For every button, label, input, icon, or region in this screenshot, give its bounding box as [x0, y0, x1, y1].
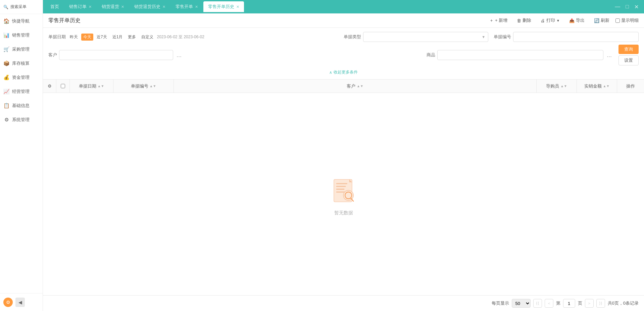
page-size-select[interactable]: 50 100 200	[512, 299, 531, 308]
sidebar-item-purchase-mgmt[interactable]: 🛒 采购管理	[0, 42, 43, 56]
tab-retail-open[interactable]: 零售开单 ✕	[171, 1, 203, 12]
refresh-button[interactable]: 🔄 刷新	[591, 16, 613, 25]
prev-page-button[interactable]: ＜	[545, 299, 553, 308]
th-amount[interactable]: 实销金额 ▲▼	[577, 80, 617, 93]
sidebar-item-operation[interactable]: 📈 经营管理	[0, 85, 43, 99]
tab-retail-open-close[interactable]: ✕	[195, 5, 198, 9]
date-btn-7days[interactable]: 近7天	[95, 34, 109, 41]
display-detail-checkbox-label[interactable]: 显示明细	[615, 17, 639, 23]
top-nav: 首页 销售订单 ✕ 销货退货 ✕ 销货退货历史 ✕ 零售开单 ✕ 零售开单历史 …	[43, 0, 644, 13]
collapse-conditions-btn[interactable]: ∧ 收起更多条件	[48, 68, 639, 76]
th-checkbox[interactable]	[56, 80, 70, 93]
sys-icon: ⚙	[3, 117, 9, 123]
tab-retail-history[interactable]: 零售开单历史 ✕	[203, 1, 244, 12]
last-page-button[interactable]: ⟩⟩	[596, 299, 605, 308]
tab-sales-return-history[interactable]: 销货退货历史 ✕	[130, 1, 170, 12]
maximize-button[interactable]: □	[624, 4, 630, 10]
date-btn-today[interactable]: 今天	[81, 34, 93, 41]
pagination: 每页显示 50 100 200 ⟨⟨ ＜ 第 1 页 ＞ ⟩⟩ 共0页，0条记录	[43, 295, 644, 311]
filter-customer-item: 客户 ...	[48, 50, 421, 60]
date-btn-1month[interactable]: 近1月	[110, 34, 125, 41]
th-settings[interactable]: ⚙	[43, 80, 56, 93]
delete-button[interactable]: 🗑 删除	[513, 16, 535, 25]
page-input[interactable]: 1	[563, 299, 575, 308]
sidebar-item-finance[interactable]: 💰 资金管理	[0, 70, 43, 85]
tab-sales-return-history-close[interactable]: ✕	[162, 5, 165, 9]
print-button[interactable]: 🖨 打印 ▼	[537, 16, 563, 25]
tab-home[interactable]: 首页	[46, 1, 64, 12]
th-date-sort-icon: ▲▼	[98, 85, 104, 88]
date-btn-custom[interactable]: 自定义	[139, 34, 155, 41]
display-detail-checkbox[interactable]	[615, 18, 620, 23]
tab-sales-return-history-label: 销货退货历史	[134, 4, 160, 10]
main-content: 首页 销售订单 ✕ 销货退货 ✕ 销货退货历史 ✕ 零售开单 ✕ 零售开单历史 …	[43, 0, 644, 311]
th-customer[interactable]: 客户 ▲▼	[174, 80, 537, 93]
empty-illustration	[327, 172, 360, 206]
sidebar-item-sys-mgmt[interactable]: ⚙ 系统管理	[0, 113, 43, 127]
tab-sales-return-close[interactable]: ✕	[121, 5, 124, 9]
filter-type-label: 单据类型	[344, 34, 361, 40]
select-all-checkbox[interactable]	[61, 84, 65, 88]
tab-sales-return[interactable]: 销货退货 ✕	[97, 1, 129, 12]
th-sn[interactable]: 单据编号 ▲▼	[113, 80, 174, 93]
total-info: 共0页，0条记录	[608, 300, 639, 306]
empty-state: 暂无数据	[43, 93, 644, 295]
tab-retail-open-label: 零售开单	[176, 4, 193, 10]
filter-goods-input[interactable]	[437, 50, 603, 60]
th-date[interactable]: 单据日期 ▲▼	[70, 80, 113, 93]
inventory-icon: 📦	[3, 60, 9, 66]
sidebar-settings-button[interactable]: ⚙	[3, 298, 13, 307]
add-button[interactable]: ＋ + 新增	[486, 16, 511, 25]
svg-rect-2	[336, 186, 346, 187]
filter-type-select[interactable]: ▼	[363, 32, 489, 42]
tab-sales-order-label: 销售订单	[69, 4, 87, 10]
next-page-button[interactable]: ＞	[585, 299, 594, 308]
print-icon: 🖨	[541, 18, 545, 23]
sidebar-item-inventory[interactable]: 📦 库存核算	[0, 56, 43, 70]
filter-sn-label: 单据编号	[494, 34, 511, 40]
tab-sales-order-close[interactable]: ✕	[89, 5, 92, 9]
filter-sn-input[interactable]	[513, 32, 639, 42]
date-btn-yesterday[interactable]: 昨天	[68, 34, 80, 41]
filter-goods-more[interactable]: ...	[605, 52, 613, 59]
th-amount-sort-icon: ▲▼	[603, 85, 610, 88]
filter-settings-button[interactable]: 设置	[618, 55, 639, 65]
th-customer-label: 客户	[347, 83, 355, 89]
tab-retail-history-label: 零售开单历史	[208, 4, 234, 10]
th-guide-sort-icon: ▲▼	[560, 85, 567, 88]
filter-date-group: 昨天 今天 近7天 近1月 更多 自定义 2023-06-02 至 2023-0…	[68, 34, 204, 41]
th-customer-sort-icon: ▲▼	[357, 85, 363, 88]
search-icon: 🔍	[3, 5, 8, 9]
export-button[interactable]: 📤 导出	[566, 16, 588, 25]
tab-sales-order[interactable]: 销售订单 ✕	[64, 1, 96, 12]
tab-retail-history-close[interactable]: ✕	[236, 5, 239, 9]
home-icon: 🏠	[3, 18, 9, 24]
filter-goods-label: 商品	[427, 52, 435, 58]
settings-col-icon: ⚙	[48, 84, 52, 89]
th-date-label: 单据日期	[79, 83, 96, 89]
page-title: 零售开单历史	[48, 17, 483, 24]
th-action-label: 操作	[626, 83, 635, 89]
finance-icon: 💰	[3, 74, 9, 81]
page-toolbar: 零售开单历史 ＋ + 新增 🗑 删除 🖨 打印 ▼ 📤 导出 🔄 刷新	[43, 13, 644, 28]
query-button[interactable]: 查询	[618, 45, 639, 54]
th-amount-label: 实销金额	[584, 83, 602, 89]
th-guide[interactable]: 导购员 ▲▼	[537, 80, 577, 93]
sidebar-item-quick-nav[interactable]: 🏠 快捷导航	[0, 14, 43, 28]
minimize-button[interactable]: —	[613, 4, 622, 10]
sidebar-item-sales-mgmt[interactable]: 📊 销售管理	[0, 28, 43, 42]
close-button[interactable]: ✕	[633, 4, 640, 10]
sidebar-label-quick-nav: 快捷导航	[12, 18, 30, 24]
filter-customer-more[interactable]: ...	[175, 52, 183, 59]
date-btn-more[interactable]: 更多	[126, 34, 138, 41]
sidebar-search[interactable]: 🔍 搜索采单	[0, 0, 43, 14]
operation-icon: 📈	[3, 89, 9, 95]
delete-label: 删除	[523, 17, 531, 23]
first-page-button[interactable]: ⟨⟨	[533, 299, 542, 308]
sidebar-item-basic-info[interactable]: 📋 基础信息	[0, 99, 43, 113]
filter-customer-input[interactable]	[59, 50, 173, 60]
refresh-label: 刷新	[601, 17, 609, 23]
basic-info-icon: 📋	[3, 103, 9, 109]
sidebar-collapse-button[interactable]: ◀	[15, 298, 25, 307]
settings-gear-icon: ⚙	[6, 300, 10, 305]
